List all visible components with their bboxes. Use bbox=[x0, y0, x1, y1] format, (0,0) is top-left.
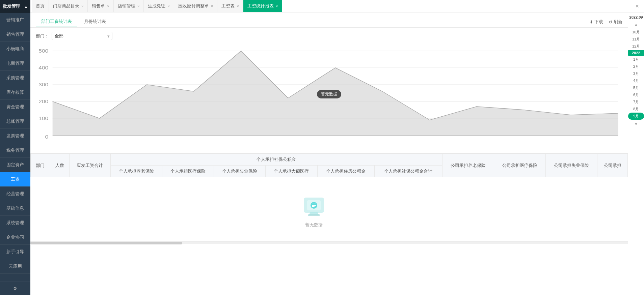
sidebar-item-3[interactable]: 电商管理 bbox=[0, 56, 30, 71]
scrollbar-thumb[interactable] bbox=[30, 242, 182, 244]
svg-text:400: 400 bbox=[38, 65, 48, 70]
sub-tabs-bar: 部门工资统计表 月份统计表 ⬇ 下载 ↺ 刷新 bbox=[30, 12, 628, 28]
sidebar-item-2[interactable]: 小畅电商 bbox=[0, 42, 30, 56]
download-label: 下载 bbox=[594, 19, 603, 25]
th-company-medical: 公司承担医疗保险 bbox=[494, 154, 545, 177]
sidebar-item-1[interactable]: 销售管理 bbox=[0, 27, 30, 42]
tab-bar-close-button[interactable]: ✕ bbox=[632, 3, 643, 9]
th-company-pension: 公司承担养老保险 bbox=[442, 154, 494, 177]
table-empty-row: 暂无数据 bbox=[31, 177, 628, 242]
dept-select[interactable]: 全部 bbox=[52, 32, 112, 40]
tab-close-6[interactable]: × bbox=[237, 4, 239, 8]
sidebar-header[interactable]: 批发管理 ▲ bbox=[0, 0, 30, 13]
timeline-sep[interactable]: 9月 bbox=[628, 113, 644, 120]
svg-text:500: 500 bbox=[38, 49, 48, 54]
sidebar-item-14[interactable]: 系统管理 bbox=[0, 216, 30, 230]
sidebar-item-13[interactable]: 基础信息 bbox=[0, 201, 30, 216]
content-area: 部门工资统计表 月份统计表 ⬇ 下载 ↺ 刷新 部门： bbox=[30, 12, 644, 295]
toolbar-right: ⬇ 下载 ↺ 刷新 bbox=[589, 19, 622, 25]
table-header-row-1: 部门 人数 应发工资合计 个人承担社保公积金 公司承担养老保险 公司承担医疗保险… bbox=[31, 154, 628, 166]
download-button[interactable]: ⬇ 下载 bbox=[589, 19, 603, 25]
timeline-down-button[interactable]: ▼ bbox=[632, 120, 640, 128]
empty-text: 暂无数据 bbox=[305, 222, 323, 228]
sidebar-item-0[interactable]: 营销推广 bbox=[0, 13, 30, 27]
tab-5[interactable]: 应收应付调整单× bbox=[174, 0, 217, 12]
timeline-apr[interactable]: 4月 bbox=[628, 77, 644, 84]
tab-department-stats[interactable]: 部门工资统计表 bbox=[36, 17, 77, 27]
page-content: 部门工资统计表 月份统计表 ⬇ 下载 ↺ 刷新 部门： bbox=[30, 12, 628, 295]
tabs-container: 首页门店商品目录×销售单×店铺管理×生成凭证×应收应付调整单×工资表×工资统计报… bbox=[32, 0, 632, 12]
svg-text:300: 300 bbox=[38, 82, 48, 87]
sidebar-item-17[interactable]: 云应用 bbox=[0, 259, 30, 274]
sidebar-title: 批发管理 bbox=[3, 3, 20, 9]
tab-4[interactable]: 生成凭证× bbox=[144, 0, 174, 12]
timeline-aug[interactable]: 8月 bbox=[628, 106, 644, 113]
tab-7[interactable]: 工资统计报表× bbox=[243, 0, 282, 12]
refresh-button[interactable]: ↺ 刷新 bbox=[609, 19, 622, 25]
sidebar-item-9[interactable]: 税务管理 bbox=[0, 143, 30, 158]
tab-month-stats[interactable]: 月份统计表 bbox=[79, 17, 111, 27]
refresh-label: 刷新 bbox=[614, 19, 622, 25]
timeline-jun[interactable]: 6月 bbox=[628, 91, 644, 98]
tab-6[interactable]: 工资表× bbox=[217, 0, 243, 12]
svg-text:100: 100 bbox=[38, 116, 48, 121]
tab-close-1[interactable]: × bbox=[81, 4, 83, 8]
sidebar-settings[interactable]: ⚙ bbox=[0, 282, 30, 295]
timeline-jul[interactable]: 7月 bbox=[628, 98, 644, 106]
timeline-dec[interactable]: 12月 bbox=[628, 43, 644, 50]
th-personal-housing-fund: 个人承担住房公积金 bbox=[317, 166, 374, 177]
stats-chart: 500 400 300 200 100 0 bbox=[36, 48, 622, 149]
th-personal-total: 个人承担社保公积金合计 bbox=[374, 166, 442, 177]
main-area: 首页门店商品目录×销售单×店铺管理×生成凭证×应收应付调整单×工资表×工资统计报… bbox=[30, 0, 644, 295]
timeline-oct[interactable]: 10月 bbox=[628, 29, 644, 36]
tab-0[interactable]: 首页 bbox=[32, 0, 49, 12]
sidebar-item-7[interactable]: 总账管理 bbox=[0, 114, 30, 129]
svg-rect-20 bbox=[308, 214, 320, 216]
th-personal-insurance-group: 个人承担社保公积金 bbox=[110, 154, 442, 166]
dept-filter-label: 部门： bbox=[36, 33, 49, 39]
sidebar-item-4[interactable]: 采购管理 bbox=[0, 71, 30, 85]
sidebar-item-12[interactable]: 经营管理 bbox=[0, 187, 30, 201]
timeline-up-button[interactable]: ▲ bbox=[632, 21, 640, 29]
timeline-may[interactable]: 5月 bbox=[628, 84, 644, 91]
horizontal-scrollbar[interactable] bbox=[30, 241, 628, 244]
th-total-wage: 应发工资合计 bbox=[70, 154, 110, 177]
tab-3[interactable]: 店铺管理× bbox=[114, 0, 144, 12]
th-dept: 部门 bbox=[31, 154, 50, 177]
timeline-nov[interactable]: 11月 bbox=[628, 36, 644, 43]
sidebar-item-16[interactable]: 新手引导 bbox=[0, 245, 30, 259]
tab-bar: 首页门店商品目录×销售单×店铺管理×生成凭证×应收应付调整单×工资表×工资统计报… bbox=[30, 0, 644, 12]
sidebar: 批发管理 ▲ 营销推广销售管理小畅电商电商管理采购管理库存核算资金管理总账管理发… bbox=[0, 0, 30, 295]
gear-icon: ⚙ bbox=[13, 286, 17, 291]
sidebar-item-6[interactable]: 资金管理 bbox=[0, 100, 30, 114]
timeline-panel: 2022.09 ▲ 10月 11月 12月 2022 1月 2月 3月 4月 5… bbox=[628, 12, 644, 295]
tab-close-3[interactable]: × bbox=[137, 4, 139, 8]
stats-table: 部门 人数 应发工资合计 个人承担社保公积金 公司承担养老保险 公司承担医疗保险… bbox=[30, 153, 628, 241]
sidebar-item-15[interactable]: 企业协同 bbox=[0, 230, 30, 245]
tab-2[interactable]: 销售单× bbox=[88, 0, 113, 12]
tab-close-7[interactable]: × bbox=[276, 4, 278, 8]
empty-icon bbox=[300, 191, 327, 218]
timeline-feb[interactable]: 2月 bbox=[628, 63, 644, 70]
tab-1[interactable]: 门店商品目录× bbox=[49, 0, 88, 12]
sidebar-item-11[interactable]: 工资 bbox=[0, 172, 30, 187]
tab-close-5[interactable]: × bbox=[211, 4, 213, 8]
sub-tabs-left: 部门工资统计表 月份统计表 bbox=[36, 17, 111, 27]
svg-rect-18 bbox=[312, 206, 315, 207]
timeline-year-2022[interactable]: 2022 bbox=[628, 50, 644, 56]
filter-row: 部门： 全部 bbox=[30, 28, 628, 44]
tab-close-4[interactable]: × bbox=[167, 4, 169, 8]
sidebar-item-10[interactable]: 固定资产 bbox=[0, 158, 30, 172]
timeline-jan[interactable]: 1月 bbox=[628, 56, 644, 63]
th-company-other: 公司承担 bbox=[597, 154, 628, 177]
chart-area: 500 400 300 200 100 0 bbox=[30, 44, 628, 153]
sidebar-item-5[interactable]: 库存核算 bbox=[0, 85, 30, 100]
refresh-icon: ↺ bbox=[609, 20, 612, 25]
tab-close-2[interactable]: × bbox=[107, 4, 109, 8]
download-icon: ⬇ bbox=[589, 20, 593, 25]
svg-marker-12 bbox=[53, 51, 618, 135]
sidebar-item-8[interactable]: 发票管理 bbox=[0, 129, 30, 143]
table-area[interactable]: 部门 人数 应发工资合计 个人承担社保公积金 公司承担养老保险 公司承担医疗保险… bbox=[30, 153, 628, 295]
svg-text:200: 200 bbox=[38, 99, 48, 104]
timeline-mar[interactable]: 3月 bbox=[628, 70, 644, 77]
